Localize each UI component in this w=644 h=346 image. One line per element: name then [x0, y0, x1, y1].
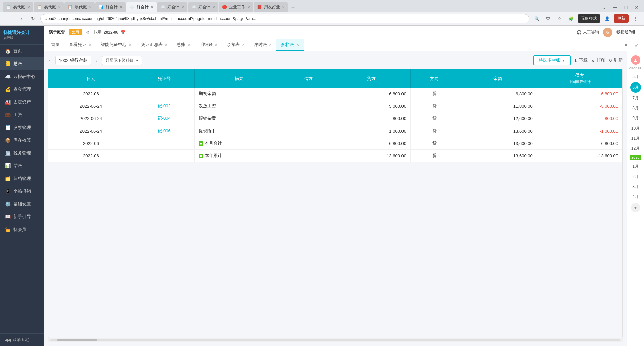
- star-icon[interactable]: ☆: [555, 14, 564, 23]
- tab-list-button[interactable]: ⌄: [600, 3, 609, 12]
- sidebar-item-小畅报销[interactable]: 📱小畅报销: [0, 185, 44, 198]
- pin-button[interactable]: ◀◀ 取消固定: [0, 333, 44, 346]
- incognito-button[interactable]: 无痕模式: [578, 14, 600, 23]
- browser-tab[interactable]: 📋易代账✕: [3, 2, 33, 12]
- timeline-month-2月[interactable]: 2月: [630, 172, 642, 181]
- nav-tab-序时账[interactable]: 序时账✕: [249, 39, 276, 51]
- refresh-button[interactable]: ↻ 刷新: [609, 57, 623, 63]
- close-panel-button[interactable]: ✕: [621, 40, 631, 50]
- sidebar-item-新手引导[interactable]: 📖新手引导: [0, 210, 44, 223]
- browser-tab[interactable]: ☁️好会计✕: [188, 2, 218, 12]
- browser-tab[interactable]: 📋易代账✕: [34, 2, 64, 12]
- account-selector[interactable]: 1002 银行存款: [55, 56, 91, 65]
- browser-tab[interactable]: ☁️好会计✕: [126, 2, 157, 12]
- minimize-button[interactable]: ─: [610, 3, 620, 12]
- user-icon[interactable]: 👤: [602, 14, 612, 23]
- nav-tab-close-button[interactable]: ✕: [269, 43, 272, 47]
- sidebar-item-首页[interactable]: 🏠首页: [0, 45, 44, 57]
- timeline-month-12月[interactable]: 12月: [630, 144, 642, 153]
- timeline-month-11月[interactable]: 11月: [630, 134, 642, 143]
- browser-tab[interactable]: 🔴企业工作✕: [219, 2, 253, 12]
- nav-tab-close-button[interactable]: ✕: [215, 43, 217, 47]
- update-button[interactable]: 更新: [614, 14, 629, 23]
- nav-tab-余额表[interactable]: 余额表✕: [222, 39, 249, 51]
- sidebar-item-归档管理[interactable]: 🗂️归档管理: [0, 172, 44, 185]
- scroll-thumb[interactable]: [57, 339, 97, 341]
- nav-tab-凭证汇总表[interactable]: 凭证汇总表✕: [136, 39, 172, 51]
- sidebar-item-基础设置[interactable]: ⚙️基础设置: [0, 198, 44, 210]
- browser-tab[interactable]: ☁️好会计✕: [157, 2, 187, 12]
- tab-close-button[interactable]: ✕: [120, 5, 122, 9]
- settings-icon[interactable]: ⚙: [86, 30, 90, 35]
- calendar-icon[interactable]: 📅: [120, 30, 125, 35]
- sidebar-item-固定资产[interactable]: 🏭固定资产: [0, 96, 44, 108]
- refresh-button[interactable]: ↻: [28, 14, 38, 23]
- sidebar-item-资金管理[interactable]: 💰资金管理: [0, 83, 44, 96]
- sub-filter-dropdown[interactable]: 只显示下级科目 ▼: [102, 56, 142, 65]
- sidebar-item-税务管理[interactable]: 🏛️税务管理: [0, 147, 44, 159]
- timeline-down-button[interactable]: ▼: [631, 203, 640, 212]
- timeline-month-4月[interactable]: 4月: [630, 192, 642, 201]
- timeline-month-6月[interactable]: 6月: [630, 82, 641, 93]
- timeline-month-1月[interactable]: 1月: [630, 162, 642, 171]
- nav-tab-close-button[interactable]: ✕: [165, 43, 167, 47]
- sidebar-item-工资[interactable]: 💼工资: [0, 108, 44, 121]
- timeline-month-8月[interactable]: 8月: [630, 103, 642, 113]
- tab-close-button[interactable]: ✕: [282, 5, 285, 9]
- settings-icon[interactable]: ⋮: [631, 14, 640, 23]
- nav-tab-close-button[interactable]: ✕: [129, 43, 131, 47]
- tab-close-button[interactable]: ✕: [181, 5, 184, 9]
- browser-tab[interactable]: 📕用友好业✕: [254, 2, 288, 12]
- nav-tab-首页[interactable]: 首页: [46, 39, 64, 51]
- nav-tab-总账[interactable]: 总账✕: [172, 39, 195, 51]
- nav-tab-close-button[interactable]: ✕: [242, 43, 245, 47]
- nav-tab-智能凭证中心[interactable]: 智能凭证中心✕: [96, 39, 136, 51]
- back-button[interactable]: ←: [4, 14, 13, 23]
- consult-button[interactable]: 🎧 人工咨询: [577, 29, 599, 35]
- next-account-button[interactable]: ›: [95, 58, 99, 63]
- search-icon[interactable]: 🔍: [532, 14, 541, 23]
- tab-close-button[interactable]: ✕: [58, 5, 61, 9]
- sidebar-item-畅会员[interactable]: 👑畅会员: [0, 223, 44, 236]
- shield-icon[interactable]: 🛡: [543, 14, 553, 23]
- extension-icon[interactable]: 🧩: [566, 14, 576, 23]
- tab-close-button[interactable]: ✕: [89, 5, 92, 9]
- tab-close-button[interactable]: ✕: [247, 5, 250, 9]
- print-button[interactable]: 🖨 打印: [591, 57, 605, 63]
- sidebar-item-结账[interactable]: 📊结账: [0, 159, 44, 172]
- url-bar[interactable]: cloud2.chanjet.com/accounting/uh26t264j5…: [40, 14, 529, 23]
- prev-account-button[interactable]: ‹: [48, 58, 52, 63]
- nav-tab-close-button[interactable]: ✕: [296, 43, 299, 47]
- nav-tab-查看凭证[interactable]: 查看凭证✕: [64, 39, 96, 51]
- download-button[interactable]: ⬇ 下载: [574, 57, 588, 63]
- sidebar-item-发票管理[interactable]: 🧾发票管理: [0, 121, 44, 134]
- nav-tab-close-button[interactable]: ✕: [89, 43, 91, 47]
- timeline-month-9月[interactable]: 9月: [630, 113, 642, 123]
- nav-tab-close-button[interactable]: ✕: [187, 43, 190, 47]
- sidebar-item-总账[interactable]: 📒总账: [0, 57, 44, 70]
- close-window-button[interactable]: ✕: [632, 3, 641, 12]
- timeline-up-button[interactable]: ▲: [631, 55, 640, 65]
- voucher-link[interactable]: 记-002: [158, 103, 171, 108]
- voucher-link[interactable]: 记-004: [158, 116, 171, 121]
- new-tab-button[interactable]: +: [288, 3, 298, 12]
- multi-col-button[interactable]: 特殊多栏账 ▼: [533, 55, 571, 65]
- browser-tab[interactable]: 📋易代账✕: [64, 2, 95, 12]
- sidebar-item-云报表中心[interactable]: ☁️云报表中心: [0, 70, 44, 83]
- forward-button[interactable]: →: [16, 14, 25, 23]
- maximize-button[interactable]: □: [621, 3, 631, 12]
- sidebar-item-库存核算[interactable]: 📦库存核算: [0, 134, 44, 147]
- nav-tab-明细账[interactable]: 明细账✕: [195, 39, 222, 51]
- horizontal-scrollbar[interactable]: [48, 338, 623, 342]
- tab-close-button[interactable]: ✕: [27, 5, 30, 9]
- nav-tab-多栏账[interactable]: 多栏账✕: [276, 39, 304, 51]
- tab-close-button[interactable]: ✕: [212, 5, 215, 9]
- timeline-month-3月[interactable]: 3月: [630, 182, 642, 191]
- expand-panel-button[interactable]: ⤢: [632, 40, 641, 50]
- timeline-month-10月[interactable]: 10月: [630, 123, 642, 133]
- voucher-link[interactable]: 记-006: [158, 128, 171, 133]
- browser-tab[interactable]: 📊好会计✕: [95, 2, 126, 12]
- timeline-month-7月[interactable]: 7月: [630, 93, 642, 103]
- tab-close-button[interactable]: ✕: [151, 5, 153, 9]
- timeline-month-5月[interactable]: 5月: [630, 72, 642, 81]
